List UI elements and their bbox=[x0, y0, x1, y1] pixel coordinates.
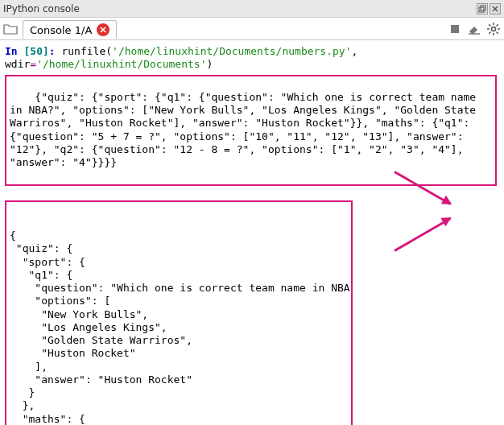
console-tab[interactable]: Console 1/A bbox=[23, 20, 117, 39]
window-close-icon[interactable] bbox=[490, 3, 501, 14]
svg-rect-6 bbox=[451, 25, 459, 33]
tab-label: Console 1/A bbox=[30, 24, 92, 36]
annotation-arrow bbox=[394, 217, 451, 252]
svg-line-16 bbox=[489, 31, 490, 33]
arg-wdir: '/home/linuxhint/Documents' bbox=[36, 58, 206, 70]
prompt-in: In bbox=[5, 45, 23, 57]
stop-icon[interactable] bbox=[448, 22, 462, 36]
tab-close-icon[interactable] bbox=[97, 23, 109, 36]
prompt-num: [50] bbox=[23, 45, 48, 57]
raw-json-text: {"quiz": {"sport": {"q1": {"question": "… bbox=[10, 91, 482, 168]
svg-line-14 bbox=[497, 31, 498, 33]
arg-path: '/home/linuxhint/Documents/numbers.py' bbox=[112, 45, 351, 57]
console-area[interactable]: In [50]: runfile('/home/linuxhint/Docume… bbox=[0, 40, 504, 425]
clear-icon[interactable] bbox=[467, 22, 481, 36]
pretty-json-text: { "quiz": { "sport": { "q1": { "question… bbox=[10, 229, 348, 425]
pretty-json-output: { "quiz": { "sport": { "q1": { "question… bbox=[5, 200, 353, 426]
svg-point-8 bbox=[492, 27, 496, 31]
svg-rect-1 bbox=[481, 6, 485, 10]
toolbar: Console 1/A bbox=[0, 18, 504, 40]
gear-icon[interactable] bbox=[486, 22, 501, 36]
raw-json-output: {"quiz": {"sport": {"q1": {"question": "… bbox=[5, 75, 497, 186]
prompt-colon: : bbox=[49, 45, 62, 57]
input-line: In [50]: runfile('/home/linuxhint/Docume… bbox=[5, 45, 499, 72]
folder-icon[interactable] bbox=[3, 23, 18, 35]
restore-icon[interactable] bbox=[477, 3, 488, 14]
svg-line-15 bbox=[497, 24, 498, 26]
window-title: IPython console bbox=[3, 3, 475, 14]
runfile-call: runfile bbox=[61, 45, 105, 57]
svg-line-13 bbox=[489, 24, 490, 26]
svg-rect-0 bbox=[479, 7, 484, 12]
window-titlebar: IPython console bbox=[0, 0, 504, 18]
